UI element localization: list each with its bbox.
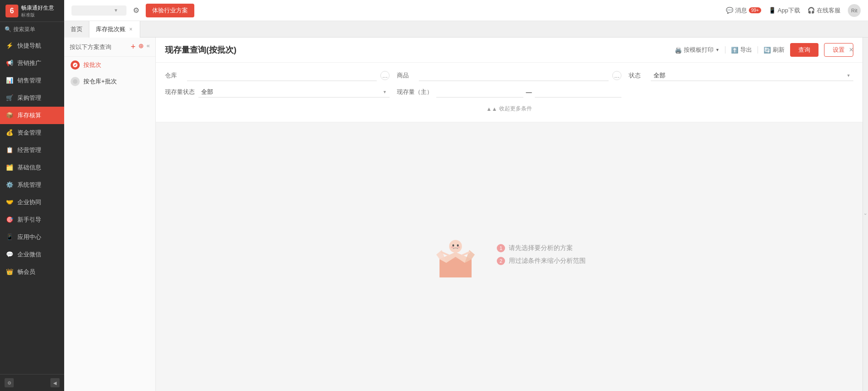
range-dash: — bbox=[526, 89, 532, 96]
svg-point-9 bbox=[457, 244, 459, 246]
chevron-down-icon: ▼ bbox=[114, 8, 118, 13]
divider bbox=[758, 46, 758, 54]
messages-item[interactable]: 💬 消息 99+ bbox=[726, 6, 761, 15]
user-avatar[interactable]: Rit bbox=[848, 4, 861, 17]
tip-item-2: 2 用过滤条件来缩小分析范围 bbox=[497, 257, 586, 265]
inventory-qty-label: 现存量（主） bbox=[397, 88, 433, 96]
app-center-icon: 📱 bbox=[5, 233, 14, 241]
collapse-label: 收起更多条件 bbox=[499, 105, 532, 113]
svg-point-10 bbox=[451, 246, 454, 248]
warehouse-label: 仓库 bbox=[165, 71, 183, 80]
messages-badge: 99+ bbox=[749, 7, 761, 13]
status-select[interactable]: 全部 正常 异常 bbox=[651, 70, 853, 81]
scheme-by-warehouse-batch[interactable]: 按仓库+批次 bbox=[64, 73, 155, 90]
svg-point-8 bbox=[452, 244, 454, 246]
sidebar-item-system[interactable]: ⚙️ 系统管理 bbox=[0, 176, 64, 194]
sidebar-item-inventory[interactable]: 📦 库存核算 bbox=[0, 107, 64, 124]
member-icon: 👑 bbox=[5, 268, 14, 276]
phone-icon: 📱 bbox=[769, 7, 776, 14]
topbar-gear-icon[interactable]: ⚙ bbox=[131, 4, 141, 16]
main-area: ▼ ⚙ 体验行业方案 💬 消息 99+ 📱 App下载 🎧 在线客服 Rit bbox=[64, 0, 868, 391]
app-download-item[interactable]: 📱 App下载 bbox=[769, 6, 800, 15]
goods-input[interactable] bbox=[419, 70, 609, 81]
page-close-icon[interactable]: × bbox=[849, 46, 853, 54]
wechat-icon: 💬 bbox=[5, 250, 14, 259]
refresh-action[interactable]: 🔄 刷新 bbox=[764, 46, 785, 54]
sidebar-item-app-center[interactable]: 📱 应用中心 bbox=[0, 228, 64, 246]
refresh-icon: 🔄 bbox=[764, 47, 771, 54]
query-button[interactable]: 查询 bbox=[790, 43, 819, 57]
sidebar-item-sales[interactable]: 📊 销售管理 bbox=[0, 72, 64, 89]
goods-more-button[interactable]: ... bbox=[612, 71, 621, 80]
sidebar-item-basic[interactable]: 🗂️ 基础信息 bbox=[0, 159, 64, 176]
svg-point-7 bbox=[449, 240, 462, 253]
tip-text-1: 请先选择要分析的方案 bbox=[509, 244, 573, 252]
user-name: Rit bbox=[851, 8, 857, 13]
settings-icon: ⚙ bbox=[7, 380, 11, 386]
tip-num-2: 2 bbox=[497, 257, 505, 265]
filter-row-2: 现存量状态 全部 有库存 无库存 现存量（主） bbox=[165, 87, 853, 98]
sidebar-nav: ⚡ 快捷导航 📢 营销推广 📊 销售管理 🛒 采购管理 📦 库存核算 💰 资金管… bbox=[0, 37, 64, 374]
sidebar-item-label: 采购管理 bbox=[17, 94, 41, 102]
filter-inventory-status: 现存量状态 全部 有库存 无库存 bbox=[165, 87, 390, 98]
tab-close-icon[interactable]: × bbox=[128, 25, 133, 33]
sidebar-item-purchase[interactable]: 🛒 采购管理 bbox=[0, 89, 64, 107]
sidebar-item-label: 库存核算 bbox=[17, 111, 41, 119]
brand-info: 畅康通好生意 标准版 bbox=[21, 5, 54, 18]
sidebar-item-label: 基础信息 bbox=[17, 163, 41, 172]
topbar-search-input[interactable] bbox=[75, 7, 112, 14]
sidebar-item-wechat[interactable]: 💬 企业微信 bbox=[0, 246, 64, 263]
search-icon: 🔍 bbox=[5, 26, 11, 33]
tab-inventory-label: 库存批次账 bbox=[96, 25, 126, 33]
scheme-by-batch[interactable]: 按批次 bbox=[64, 57, 155, 73]
page-actions: 🖨️ 按模板打印 ▼ ⬆️ 导出 🔄 刷新 查询 设置 bbox=[675, 43, 853, 57]
add-scheme-icon[interactable]: + bbox=[131, 42, 136, 52]
sidebar-item-label: 销售管理 bbox=[17, 76, 41, 85]
topbar-input-area[interactable]: ▼ bbox=[71, 5, 126, 16]
status-label: 状态 bbox=[629, 71, 647, 80]
inventory-status-select-wrapper: 全部 有库存 无库存 bbox=[198, 87, 390, 98]
sidebar-footer: ⚙ ◀ bbox=[0, 374, 64, 391]
collapse-icon: ◀ bbox=[53, 380, 57, 386]
svg-point-1 bbox=[73, 79, 77, 84]
online-service-item[interactable]: 🎧 在线客服 bbox=[808, 6, 841, 15]
print-icon: 🖨️ bbox=[675, 47, 682, 54]
tab-inventory-batch[interactable]: 库存批次账 × bbox=[89, 21, 140, 38]
left-panel-header: 按以下方案查询 + ⊕ « bbox=[64, 38, 155, 57]
sidebar-item-enterprise[interactable]: 🤝 企业协同 bbox=[0, 194, 64, 211]
scheme-settings-icon[interactable]: ⊕ bbox=[138, 42, 144, 52]
left-panel-title: 按以下方案查询 bbox=[70, 43, 111, 51]
experience-btn[interactable]: 体验行业方案 bbox=[146, 4, 194, 17]
inventory-status-select[interactable]: 全部 有库存 无库存 bbox=[198, 87, 390, 98]
print-action[interactable]: 🖨️ 按模板打印 ▼ bbox=[675, 46, 720, 54]
topbar-right: 💬 消息 99+ 📱 App下载 🎧 在线客服 Rit bbox=[726, 4, 861, 17]
headset-icon: 🎧 bbox=[808, 7, 815, 14]
sales-icon: 📊 bbox=[5, 76, 14, 85]
sidebar-item-quick-nav[interactable]: ⚡ 快捷导航 bbox=[0, 37, 64, 54]
qty-from-input[interactable] bbox=[436, 87, 523, 98]
collapse-more-btn[interactable]: ▲▲ 收起更多条件 bbox=[165, 103, 853, 114]
sidebar-item-marketing[interactable]: 📢 营销推广 bbox=[0, 54, 64, 72]
warehouse-more-button[interactable]: ... bbox=[380, 71, 390, 80]
sidebar-settings-button[interactable]: ⚙ bbox=[5, 378, 14, 387]
search-menu[interactable]: 🔍 搜索菜单 bbox=[0, 22, 64, 37]
sidebar-item-operation[interactable]: 📋 经营管理 bbox=[0, 141, 64, 159]
right-collapse-panel[interactable]: › bbox=[863, 38, 868, 391]
warehouse-input[interactable] bbox=[187, 70, 377, 81]
sidebar-item-label: 营销推广 bbox=[17, 59, 41, 67]
app-logo: 6 bbox=[5, 5, 18, 17]
enterprise-icon: 🤝 bbox=[5, 198, 14, 206]
sidebar-item-finance[interactable]: 💰 资金管理 bbox=[0, 124, 64, 141]
page-title: 现存量查询(按批次) bbox=[165, 44, 236, 55]
collapse-chevron-icon: ▲▲ bbox=[486, 106, 497, 112]
sidebar-collapse-button[interactable]: ◀ bbox=[50, 378, 60, 387]
scheme-label: 按仓库+批次 bbox=[83, 77, 117, 86]
qty-to-input[interactable] bbox=[535, 87, 622, 98]
inventory-status-label: 现存量状态 bbox=[165, 88, 195, 96]
export-action[interactable]: ⬆️ 导出 bbox=[731, 46, 752, 54]
tab-home[interactable]: 首页 bbox=[64, 21, 89, 38]
sidebar-item-member[interactable]: 👑 畅会员 bbox=[0, 263, 64, 281]
sidebar-item-guide[interactable]: 🎯 新手引导 bbox=[0, 211, 64, 228]
left-panel-collapse-icon[interactable]: « bbox=[147, 42, 150, 52]
tip-item-1: 1 请先选择要分析的方案 bbox=[497, 244, 586, 252]
